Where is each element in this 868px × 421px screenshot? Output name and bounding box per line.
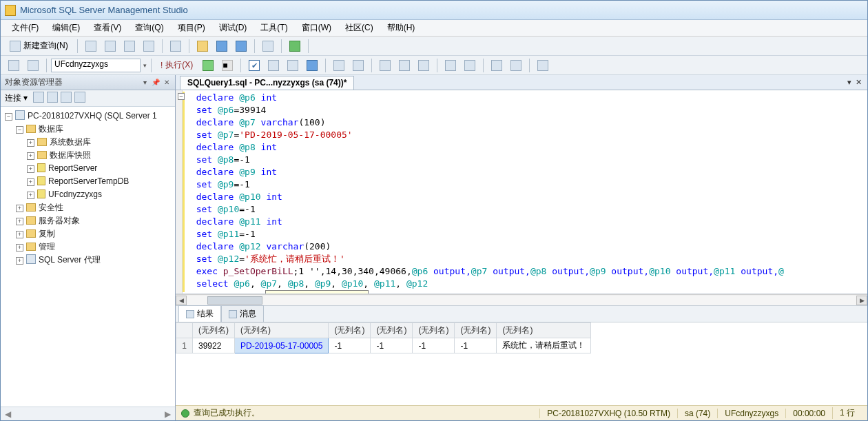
new-query-label: 新建查询(N) xyxy=(23,40,68,52)
menu-file[interactable]: 文件(F) xyxy=(6,21,44,35)
explorer-title-bar: 对象资源管理器 ▾ 📌 ✕ xyxy=(1,75,175,90)
indent-button[interactable] xyxy=(488,58,506,73)
back-icon[interactable]: ◀ xyxy=(5,409,11,419)
intellisense-button[interactable] xyxy=(303,58,321,73)
messages-tab[interactable]: 消息 xyxy=(221,305,264,322)
menu-view[interactable]: 查看(V) xyxy=(88,21,127,35)
results-row-1[interactable]: 1 39922 PD-2019-05-17-00005 -1 -1 -1 -1 … xyxy=(176,338,591,353)
tb-btn-3[interactable] xyxy=(121,39,138,54)
intellisense-tooltip: 局部变量 @p7 varchar(100) xyxy=(265,290,369,294)
results-text-button[interactable] xyxy=(376,58,394,73)
cell-5[interactable]: -1 xyxy=(413,338,455,353)
execute-button[interactable]: ! 执行(X) xyxy=(156,58,198,73)
tb2-btn-1[interactable] xyxy=(5,58,23,73)
cell-6[interactable]: -1 xyxy=(455,338,497,353)
col-header-6[interactable]: (无列名) xyxy=(455,323,497,338)
scroll-right-icon[interactable]: ▶ xyxy=(856,296,867,305)
results-grid[interactable]: (无列名) (无列名) (无列名) (无列名) (无列名) (无列名) (无列名… xyxy=(176,322,867,405)
menu-project[interactable]: 项目(P) xyxy=(172,21,211,35)
menu-edit[interactable]: 编辑(E) xyxy=(47,21,85,35)
outdent-button[interactable] xyxy=(507,58,525,73)
row-number: 1 xyxy=(176,338,193,353)
app-title: Microsoft SQL Server Management Studio xyxy=(20,5,188,15)
forward-icon[interactable]: ▶ xyxy=(165,409,171,419)
col-header-3[interactable]: (无列名) xyxy=(329,323,371,338)
explorer-dropdown-icon[interactable]: ▾ xyxy=(141,79,149,87)
comment-button[interactable] xyxy=(442,58,459,73)
cell-7[interactable]: 系统忙，请稍后重试！ xyxy=(497,338,591,353)
tb-btn-5[interactable] xyxy=(167,39,185,54)
tree-reportservertemp[interactable]: +ReportServerTempDB xyxy=(27,175,174,188)
col-header-7[interactable]: (无列名) xyxy=(497,323,591,338)
menu-query[interactable]: 查询(Q) xyxy=(130,21,169,35)
menu-help[interactable]: 帮助(H) xyxy=(382,21,421,35)
menu-window[interactable]: 窗口(W) xyxy=(296,21,337,35)
new-query-button[interactable]: 新建查询(N) xyxy=(5,39,73,54)
tree-serverobjects[interactable]: +服务器对象 xyxy=(16,214,174,227)
database-combo[interactable]: UFcdnyzzyxgs xyxy=(51,59,141,72)
status-time: 00:00:00 xyxy=(785,409,832,418)
scroll-thumb[interactable] xyxy=(207,296,262,305)
debug-button[interactable] xyxy=(199,58,217,73)
document-tab[interactable]: SQLQuery1.sql - PC...nyzzyxgs (sa (74))* xyxy=(180,76,354,90)
col-header-2[interactable]: (无列名) xyxy=(235,323,329,338)
tree-sqlagent[interactable]: +SQL Server 代理 xyxy=(16,254,174,267)
estimated-plan-button[interactable] xyxy=(265,58,282,73)
explorer-close-icon[interactable]: ✕ xyxy=(163,79,171,87)
refresh-button[interactable] xyxy=(74,92,85,105)
tb-btn-2[interactable] xyxy=(101,39,119,54)
disconnect-button[interactable] xyxy=(33,92,44,105)
editor-hscroll[interactable]: ◀ ▶ xyxy=(176,294,867,305)
save-all-button[interactable] xyxy=(232,39,250,54)
filter-button[interactable] xyxy=(61,92,72,105)
tb-btn-9[interactable] xyxy=(259,39,277,54)
explorer-pin-icon[interactable]: 📌 xyxy=(152,79,160,87)
cell-4[interactable]: -1 xyxy=(371,338,413,353)
tree-replication[interactable]: +复制 xyxy=(16,227,174,240)
tb-btn-1[interactable] xyxy=(82,39,100,54)
db-combo-arrow-icon[interactable]: ▾ xyxy=(143,62,147,69)
scroll-left-icon[interactable]: ◀ xyxy=(176,296,187,305)
tree-security[interactable]: +安全性 xyxy=(16,201,174,214)
change-connection-button[interactable] xyxy=(24,58,42,73)
tree-ufcdnyzzyxgs[interactable]: +UFcdnyzzyxgs xyxy=(27,188,174,201)
results-grid-button[interactable] xyxy=(395,58,413,73)
cell-1[interactable]: 39922 xyxy=(193,338,235,353)
code-editor[interactable]: − declare @p6 int set @p6=39914 declare … xyxy=(176,90,867,294)
object-tree[interactable]: −PC-20181027VXHQ (SQL Server 1 −数据库 +系统数… xyxy=(1,107,175,407)
menu-community[interactable]: 社区(C) xyxy=(340,21,379,35)
col-header-1[interactable]: (无列名) xyxy=(193,323,235,338)
col-header-5[interactable]: (无列名) xyxy=(413,323,455,338)
specify-values-button[interactable] xyxy=(534,58,552,73)
document-tab-title: SQLQuery1.sql - PC...nyzzyxgs (sa (74))* xyxy=(187,78,347,88)
tree-management[interactable]: +管理 xyxy=(16,240,174,254)
stop-button-2[interactable] xyxy=(47,92,58,105)
tab-close-icon[interactable]: ✕ xyxy=(856,78,862,87)
cell-2-selected[interactable]: PD-2019-05-17-00005 xyxy=(235,338,329,353)
menu-debug[interactable]: 调试(D) xyxy=(214,21,253,35)
menu-tools[interactable]: 工具(T) xyxy=(255,21,293,35)
tab-dropdown-icon[interactable]: ▾ xyxy=(847,78,851,87)
open-button[interactable] xyxy=(194,39,211,54)
code-fold-icon[interactable]: − xyxy=(178,93,185,100)
tree-server-node[interactable]: −PC-20181027VXHQ (SQL Server 1 −数据库 +系统数… xyxy=(5,110,174,267)
include-plan-button[interactable] xyxy=(330,58,348,73)
save-button[interactable] xyxy=(213,39,231,54)
col-header-4[interactable]: (无列名) xyxy=(371,323,413,338)
tree-snapshots[interactable]: +数据库快照 xyxy=(27,149,174,162)
parse-button[interactable]: ✔ xyxy=(245,58,263,73)
tree-sysdb[interactable]: +系统数据库 xyxy=(27,136,174,149)
tree-reportserver[interactable]: +ReportServer xyxy=(27,162,174,175)
cell-3[interactable]: -1 xyxy=(329,338,371,353)
tb-btn-4[interactable] xyxy=(140,39,158,54)
results-tab[interactable]: 结果 xyxy=(178,305,221,322)
client-stats-button[interactable] xyxy=(349,58,367,73)
connect-button[interactable]: 连接 ▾ xyxy=(5,92,28,104)
tree-databases[interactable]: −数据库 +系统数据库 +数据库快照 +ReportServer +Report… xyxy=(16,123,174,201)
results-file-button[interactable] xyxy=(415,58,433,73)
activity-monitor-button[interactable] xyxy=(286,39,304,54)
query-options-button[interactable] xyxy=(284,58,302,73)
stop-button[interactable]: ■ xyxy=(218,58,236,73)
row-header-blank xyxy=(176,323,193,338)
uncomment-button[interactable] xyxy=(461,58,479,73)
